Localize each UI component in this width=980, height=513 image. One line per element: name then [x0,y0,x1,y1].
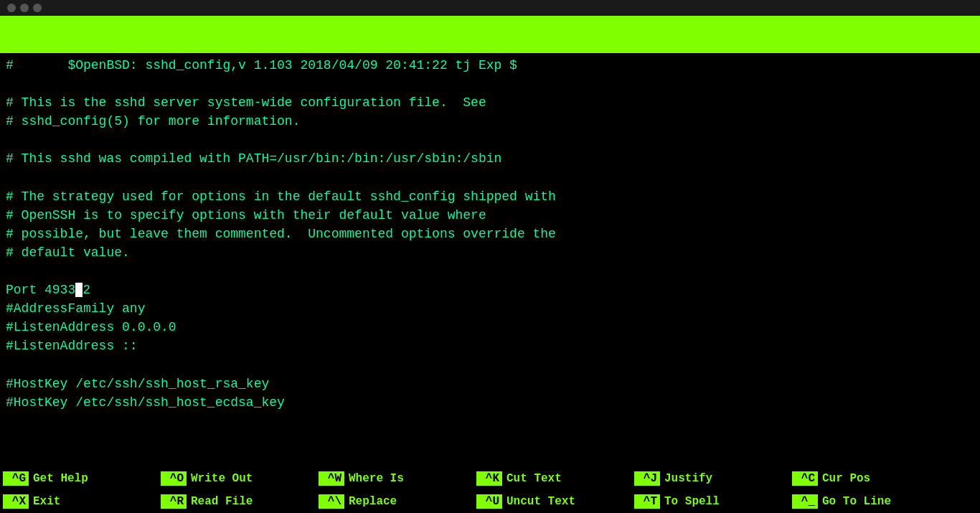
shortcut-key: ^C [792,471,818,486]
editor-line: # $OpenBSD: sshd_config,v 1.103 2018/04/… [6,56,974,75]
title-bar-controls [7,4,42,12]
editor-line: Port 4933 2 [6,281,974,299]
editor-line: # The strategy used for options in the d… [6,187,974,206]
editor-line: # OpenSSH is to specify options with the… [6,206,974,225]
shortcut-label: Read File [191,495,253,508]
shortcut-row-0: ^GGet Help^OWrite Out^WWhere Is^KCut Tex… [0,467,980,490]
editor-line: # sshd_config(5) for more information. [6,112,974,131]
shortcut-key: ^U [476,494,502,509]
editor-line: #AddressFamily any [6,299,974,318]
shortcut-item[interactable]: ^_Go To Line [789,490,947,513]
maximize-button[interactable] [33,4,42,12]
nano-header [0,16,980,53]
editor-line: # possible, but leave them commented. Un… [6,225,974,243]
shortcut-label: Write Out [191,472,253,485]
editor-line: # This sshd was compiled with PATH=/usr/… [6,149,974,168]
editor-area[interactable]: # $OpenBSD: sshd_config,v 1.103 2018/04/… [0,53,980,467]
shortcut-key: ^R [161,494,187,509]
shortcut-key: ^_ [792,494,818,509]
shortcut-item[interactable]: ^OWrite Out [158,467,316,490]
editor-line: # This is the sshd server system-wide co… [6,93,974,112]
shortcut-item[interactable]: ^RRead File [158,490,316,513]
editor-line [6,262,974,281]
shortcut-item[interactable]: ^WWhere Is [316,467,473,490]
shortcut-item[interactable]: ^TTo Spell [631,490,789,513]
minimize-button[interactable] [20,4,29,12]
shortcut-item[interactable]: ^GGet Help [0,467,158,490]
shortcut-item[interactable]: ^UUncut Text [473,490,631,513]
editor-line: #HostKey /etc/ssh/ssh_host_ecdsa_key [6,393,974,412]
shortcut-row-1: ^XExit^RRead File^\Replace^UUncut Text^T… [0,490,980,513]
shortcut-item[interactable]: ^KCut Text [473,467,631,490]
shortcut-label: Cut Text [507,472,562,485]
shortcut-label: Cur Pos [822,472,870,485]
shortcut-label: To Spell [664,495,720,508]
editor[interactable]: # $OpenBSD: sshd_config,v 1.103 2018/04/… [0,53,980,415]
editor-line [6,131,974,149]
editor-line: #ListenAddress :: [6,336,974,355]
editor-line [6,169,974,187]
text-cursor [75,283,83,297]
shortcut-key: ^X [3,494,29,509]
shortcut-label: Go To Line [822,495,891,508]
editor-line [6,75,974,93]
shortcut-label: Exit [33,495,60,508]
shortcut-key: ^\ [319,494,344,509]
shortcut-key: ^W [319,471,344,486]
shortcut-key: ^O [161,471,187,486]
shortcut-key: ^J [634,471,660,486]
shortcut-item[interactable]: ^XExit [0,490,158,513]
editor-line: #ListenAddress 0.0.0.0 [6,318,974,336]
close-button[interactable] [7,4,16,12]
shortcut-label: Replace [349,495,397,508]
editor-line [6,356,974,375]
shortcut-item[interactable]: ^\Replace [316,490,473,513]
shortcut-label: Where Is [349,472,404,485]
shortcut-key: ^G [3,471,29,486]
shortcut-label: Justify [664,472,712,485]
shortcut-label: Uncut Text [507,495,575,508]
shortcut-item[interactable]: ^CCur Pos [789,467,947,490]
shortcut-bar: ^GGet Help^OWrite Out^WWhere Is^KCut Tex… [0,467,980,513]
main-content: # $OpenBSD: sshd_config,v 1.103 2018/04/… [0,16,980,513]
shortcut-label: Get Help [33,472,88,485]
editor-line: # default value. [6,243,974,262]
shortcut-item[interactable]: ^JJustify [631,467,789,490]
editor-line: #HostKey /etc/ssh/ssh_host_rsa_key [6,375,974,393]
shortcut-key: ^T [634,494,660,509]
shortcut-key: ^K [476,471,502,486]
title-bar [0,0,980,16]
